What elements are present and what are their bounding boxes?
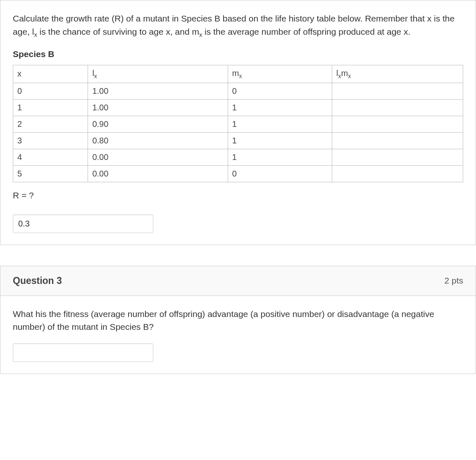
question-1-prompt: Calculate the growth rate (R) of a mutan… (13, 12, 463, 39)
cell-lxmx (332, 83, 463, 99)
cell-lx: 1.00 (88, 83, 228, 99)
cell-mx: 1 (228, 149, 332, 165)
col-header-x: x (13, 65, 88, 83)
cell-mx: 1 (228, 116, 332, 132)
cell-lx: 0.90 (88, 116, 228, 132)
cell-lx: 0.00 (88, 165, 228, 182)
cell-mx: 0 (228, 165, 332, 182)
cell-x: 4 (13, 149, 88, 165)
cell-lx: 1.00 (88, 99, 228, 116)
table-row: 1 1.00 1 (13, 99, 463, 116)
cell-x: 0 (13, 83, 88, 99)
table-row: 2 0.90 1 (13, 116, 463, 132)
question-box-2: Question 3 2 pts What his the fitness (a… (0, 266, 476, 374)
cell-lx: 0.00 (88, 149, 228, 165)
cell-lxmx (332, 99, 463, 116)
cell-x: 5 (13, 165, 88, 182)
r-label: R = ? (13, 191, 463, 200)
table-header-row: x lx mx lxmx (13, 65, 463, 83)
life-history-table: x lx mx lxmx 0 1.00 0 1 1.00 1 (13, 65, 463, 182)
answer-input-fitness[interactable] (13, 343, 153, 362)
table-row: 3 0.80 1 (13, 132, 463, 149)
table-row: 0 1.00 0 (13, 83, 463, 99)
question-box-1: Calculate the growth rate (R) of a mutan… (0, 0, 476, 245)
cell-x: 2 (13, 116, 88, 132)
cell-mx: 0 (228, 83, 332, 99)
prompt-sub: x (34, 31, 37, 38)
question-2-header: Question 3 2 pts (0, 266, 476, 296)
prompt-text: is the average number of offspring produ… (202, 27, 410, 36)
question-points: 2 pts (444, 276, 463, 286)
cell-lxmx (332, 132, 463, 149)
cell-lxmx (332, 149, 463, 165)
question-number: Question 3 (13, 275, 62, 286)
question-1-content: Calculate the growth rate (R) of a mutan… (0, 0, 476, 245)
cell-mx: 1 (228, 99, 332, 116)
col-header-lx: lx (88, 65, 228, 83)
table-body: 0 1.00 0 1 1.00 1 2 0.90 1 (13, 83, 463, 182)
cell-lxmx (332, 165, 463, 182)
cell-x: 1 (13, 99, 88, 116)
cell-x: 3 (13, 132, 88, 149)
question-2-prompt: What his the fitness (average number of … (13, 307, 463, 334)
cell-lx: 0.80 (88, 132, 228, 149)
col-header-lxmx: lxmx (332, 65, 463, 83)
prompt-text: is the chance of surviving to age x, and… (37, 27, 199, 36)
cell-lxmx (332, 116, 463, 132)
table-row: 5 0.00 0 (13, 165, 463, 182)
species-title: Species B (13, 49, 463, 59)
table-row: 4 0.00 1 (13, 149, 463, 165)
cell-mx: 1 (228, 132, 332, 149)
question-2-content: What his the fitness (average number of … (0, 296, 476, 374)
col-header-mx: mx (228, 65, 332, 83)
answer-input-r[interactable] (13, 215, 153, 233)
